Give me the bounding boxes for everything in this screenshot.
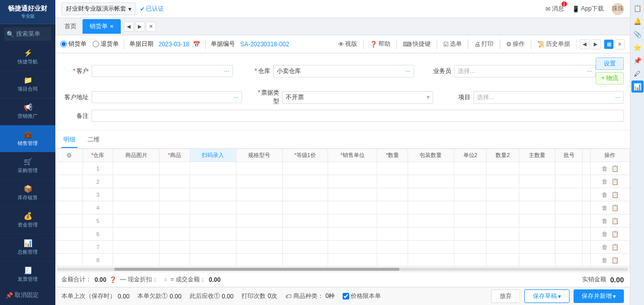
copy-row-icon[interactable]: 📋 bbox=[611, 191, 619, 199]
data-cell[interactable] bbox=[454, 214, 486, 227]
operations-button[interactable]: ⚙ 操作 bbox=[503, 38, 528, 50]
table-row[interactable]: 3🗑📋 bbox=[56, 188, 630, 201]
copy-row-icon[interactable]: 📋 bbox=[611, 256, 619, 264]
data-cell[interactable] bbox=[583, 162, 591, 175]
user-avatar[interactable]: 珠珠 bbox=[612, 3, 624, 15]
data-cell[interactable] bbox=[377, 188, 408, 201]
data-cell[interactable] bbox=[190, 188, 236, 201]
row-action-cell[interactable]: 🗑📋 bbox=[590, 188, 629, 201]
data-cell[interactable] bbox=[113, 201, 159, 214]
data-cell[interactable] bbox=[583, 227, 591, 241]
save-draft-button[interactable]: 保存草稿 ▾ bbox=[524, 289, 570, 303]
data-cell[interactable] bbox=[190, 201, 236, 214]
copy-row-icon[interactable]: 📋 bbox=[611, 230, 619, 238]
scrollbar-thumb[interactable] bbox=[114, 268, 399, 271]
data-cell[interactable] bbox=[454, 162, 486, 175]
data-cell[interactable] bbox=[454, 227, 486, 241]
data-cell[interactable] bbox=[282, 241, 328, 254]
data-cell[interactable] bbox=[408, 162, 454, 175]
data-cell[interactable] bbox=[113, 214, 159, 227]
data-cell[interactable] bbox=[159, 162, 190, 175]
data-cell[interactable] bbox=[159, 201, 190, 214]
data-cell[interactable] bbox=[555, 241, 583, 254]
row-action-cell[interactable]: 🗑📋 bbox=[590, 201, 629, 214]
data-cell[interactable] bbox=[236, 188, 282, 201]
settings-icon[interactable]: ⚙ bbox=[66, 152, 72, 159]
panel-icon-7[interactable]: 📊 bbox=[631, 81, 643, 93]
data-cell[interactable] bbox=[519, 188, 555, 201]
data-cell[interactable] bbox=[236, 241, 282, 254]
data-cell[interactable] bbox=[519, 201, 555, 214]
delete-row-icon[interactable]: 🗑 bbox=[601, 178, 609, 186]
history-button[interactable]: 📜 历史单据 bbox=[534, 38, 573, 50]
row-action-cell[interactable]: 🗑📋 bbox=[590, 241, 629, 254]
data-cell[interactable] bbox=[487, 214, 519, 227]
data-cell[interactable] bbox=[454, 241, 486, 254]
list-view-button[interactable]: ≡ bbox=[615, 39, 625, 49]
radio-sales[interactable]: 销货单 bbox=[60, 40, 87, 48]
data-cell[interactable] bbox=[408, 201, 454, 214]
sidebar-item-project[interactable]: 📁 项目合同 bbox=[0, 71, 55, 98]
data-cell[interactable] bbox=[282, 188, 328, 201]
data-cell[interactable] bbox=[487, 254, 519, 266]
data-cell[interactable] bbox=[377, 175, 408, 188]
data-cell[interactable] bbox=[328, 214, 377, 227]
data-cell[interactable] bbox=[113, 188, 159, 201]
row-action-cell[interactable]: 🗑📋 bbox=[590, 214, 629, 227]
col-scan[interactable]: 扫码录入 bbox=[190, 149, 236, 162]
data-cell[interactable] bbox=[282, 162, 328, 175]
data-cell[interactable] bbox=[583, 254, 591, 266]
data-cell[interactable] bbox=[555, 175, 583, 188]
sidebar-item-sales[interactable]: 💼 销售管理 bbox=[0, 125, 55, 152]
data-cell[interactable] bbox=[408, 175, 454, 188]
warehouse-dots-icon[interactable]: ··· bbox=[406, 67, 411, 74]
data-cell[interactable] bbox=[583, 175, 591, 188]
data-cell[interactable] bbox=[519, 254, 555, 266]
copy-row-icon[interactable]: 📋 bbox=[611, 178, 619, 186]
logistics-button[interactable]: + 物流 bbox=[596, 72, 624, 85]
data-cell[interactable] bbox=[159, 175, 190, 188]
data-cell[interactable] bbox=[236, 162, 282, 175]
address-dots-icon[interactable]: ··· bbox=[233, 94, 238, 101]
warehouse-input[interactable]: 小卖仓库 ··· bbox=[273, 65, 415, 78]
note-input[interactable] bbox=[92, 110, 624, 122]
data-cell[interactable] bbox=[282, 227, 328, 241]
panel-icon-3[interactable]: 📎 bbox=[631, 28, 643, 40]
sidebar-item-inventory[interactable]: 📦 库存核算 bbox=[0, 180, 55, 207]
copy-row-icon[interactable]: 📋 bbox=[611, 204, 619, 212]
data-cell[interactable] bbox=[583, 241, 591, 254]
price-checkbox-label[interactable]: 价格限本单 bbox=[343, 292, 381, 300]
data-cell[interactable] bbox=[377, 227, 408, 241]
data-cell[interactable] bbox=[113, 162, 159, 175]
sidebar-item-purchase[interactable]: 🛒 采购管理 bbox=[0, 152, 55, 180]
delete-row-icon[interactable]: 🗑 bbox=[601, 230, 609, 238]
data-cell[interactable] bbox=[190, 175, 236, 188]
sidebar-item-finance[interactable]: 💰 资金管理 bbox=[0, 207, 55, 234]
data-cell[interactable] bbox=[583, 214, 591, 227]
data-cell[interactable] bbox=[159, 214, 190, 227]
data-cell[interactable] bbox=[282, 254, 328, 266]
row-action-cell[interactable]: 🗑📋 bbox=[590, 162, 629, 175]
panel-icon-1[interactable]: 📋 bbox=[631, 2, 643, 14]
delete-row-icon[interactable]: 🗑 bbox=[601, 191, 609, 199]
print-button[interactable]: 🖨 打印 bbox=[471, 38, 497, 50]
delete-row-icon[interactable]: 🗑 bbox=[601, 204, 609, 212]
col-settings[interactable]: ⚙ bbox=[56, 149, 83, 162]
data-cell[interactable] bbox=[113, 175, 159, 188]
unpin-button[interactable]: 📌 取消固定 bbox=[3, 288, 52, 302]
data-cell[interactable] bbox=[236, 254, 282, 266]
data-cell[interactable] bbox=[454, 175, 486, 188]
data-cell[interactable] bbox=[555, 201, 583, 214]
data-cell[interactable] bbox=[519, 175, 555, 188]
calendar-icon[interactable]: 📅 bbox=[193, 41, 200, 48]
tab-2d[interactable]: 二维 bbox=[86, 132, 102, 148]
data-cell[interactable] bbox=[454, 201, 486, 214]
panel-icon-5[interactable]: 📌 bbox=[631, 54, 643, 66]
company-selector[interactable]: 好业财专业版演示帐套 ▾ bbox=[61, 3, 136, 15]
tab-detail[interactable]: 明细 bbox=[61, 132, 77, 148]
data-cell[interactable] bbox=[113, 241, 159, 254]
data-cell[interactable] bbox=[487, 162, 519, 175]
data-cell[interactable] bbox=[190, 254, 236, 266]
data-cell[interactable] bbox=[236, 227, 282, 241]
delete-row-icon[interactable]: 🗑 bbox=[601, 243, 609, 251]
